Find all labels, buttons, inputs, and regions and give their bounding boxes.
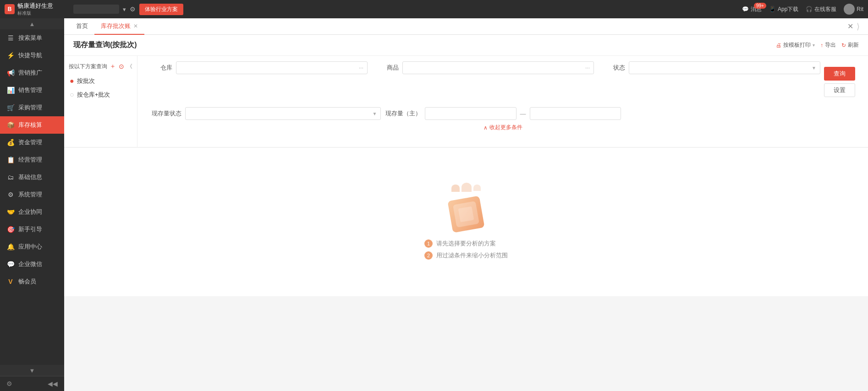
scheme-settings-icon[interactable]: ⊙	[119, 63, 124, 70]
sidebar-label-purchase: 采购管理	[18, 103, 42, 112]
collapse-filters-button[interactable]: ∧ 收起更多条件	[145, 124, 861, 131]
status-input[interactable]: ▼	[629, 61, 820, 74]
refresh-button[interactable]: ↻ 刷新	[841, 41, 859, 49]
scheme-warehouse-batch-label: 按仓库+批次	[77, 91, 110, 99]
empty-hint-2: 2 用过滤条件来缩小分析范围	[424, 251, 508, 260]
print-label: 按模板打印	[783, 41, 811, 49]
export-icon: ↑	[820, 42, 823, 49]
scheme-item-warehouse-batch[interactable]: ○ 按仓库+批次	[64, 88, 137, 102]
goods-filter: 商品 ···	[371, 61, 594, 74]
settings-gear-icon[interactable]: ⚙	[130, 5, 136, 13]
collapse-label: 收起更多条件	[489, 124, 522, 131]
tab-area-close-icon[interactable]: ✕	[847, 22, 853, 31]
sidebar-item-quicknav[interactable]: ⚡ 快捷导航	[0, 47, 64, 64]
sidebar-label-marketing: 营销推广	[18, 69, 42, 77]
sidebar-label-wechat: 企业微信	[18, 260, 42, 268]
sidebar-label-basic: 基础信息	[18, 173, 42, 181]
sidebar-item-inventory[interactable]: 📦 库存核算	[0, 116, 64, 134]
print-icon: 🖨	[776, 42, 781, 49]
scheme-add-icon[interactable]: ＋	[110, 62, 116, 71]
tab-home[interactable]: 首页	[70, 18, 94, 35]
message-icon: 💬	[742, 6, 749, 12]
online-service-button[interactable]: 🎧 在线客服	[806, 5, 836, 13]
sidebar-scroll-up[interactable]: ▲	[0, 18, 64, 29]
smoke-icon	[451, 185, 481, 192]
avatar	[844, 4, 855, 15]
stock-main-separator: —	[520, 110, 526, 117]
sidebar-menu: ☰ 搜索菜单 ⚡ 快捷导航 📢 营销推广 📊 销售管理 🛒 采购管理 📦 库	[0, 29, 64, 365]
scheme-panel-header: 按以下方案查询 ＋ ⊙ 《	[64, 60, 137, 74]
scheme-batch-label: 按批次	[77, 77, 95, 85]
sidebar-item-guide[interactable]: 🎯 新手引导	[0, 221, 64, 238]
sidebar-settings-icon[interactable]: ⚙	[6, 380, 12, 387]
stock-status-input[interactable]: ▼	[185, 107, 381, 120]
username-label: Rit	[857, 6, 863, 12]
sidebar-item-search[interactable]: ☰ 搜索菜单	[0, 29, 64, 47]
refresh-label: 刷新	[848, 41, 859, 49]
sidebar-bottom: ⚙ ◀◀	[0, 376, 64, 391]
app-download-button[interactable]: 📱 App下载	[769, 5, 798, 13]
scheme-item-batch[interactable]: ● 按批次	[64, 74, 137, 88]
sidebar-collapse-icon[interactable]: ◀◀	[48, 380, 58, 387]
breadcrumb-dropdown-icon[interactable]: ▾	[123, 6, 126, 13]
sidebar-item-marketing[interactable]: 📢 营销推广	[0, 64, 64, 81]
filter-row-1: 仓库 ··· 商品 ···	[145, 61, 861, 103]
breadcrumb-input[interactable]	[73, 5, 119, 14]
sidebar-label-search: 搜索菜单	[18, 34, 42, 42]
stock-main-filter: 现存量（主） —	[385, 107, 621, 120]
status-filter: 状态 ▼	[598, 61, 820, 74]
scheme-collapse-icon[interactable]: 《	[127, 63, 132, 71]
sidebar-item-sales[interactable]: 📊 销售管理	[0, 81, 64, 99]
sidebar: ▲ ☰ 搜索菜单 ⚡ 快捷导航 📢 营销推广 📊 销售管理 🛒 采购管理	[0, 18, 64, 391]
sidebar-label-guide: 新手引导	[18, 225, 42, 234]
message-button[interactable]: 💬 消息 99+	[742, 5, 762, 13]
online-service-label: 在线客服	[814, 5, 836, 13]
hint-text-1: 请先选择要分析的方案	[436, 239, 496, 248]
sidebar-item-appstore[interactable]: 🔔 应用中心	[0, 238, 64, 255]
sidebar-item-member[interactable]: V 畅会员	[0, 273, 64, 290]
sidebar-label-inventory: 库存核算	[18, 121, 42, 129]
tab-inventory-batch-close-icon[interactable]: ✕	[133, 23, 138, 29]
sidebar-label-operations: 经营管理	[18, 156, 42, 164]
system-icon: ⚙	[6, 190, 15, 199]
stock-status-filter: 现存量状态 ▼	[145, 107, 381, 120]
page-header: 现存量查询(按批次) 🖨 按模板打印 ▾ ↑ 导出 ↻ 刷新	[64, 35, 868, 56]
sidebar-label-finance: 资金管理	[18, 138, 42, 147]
cube-icon	[447, 196, 484, 233]
collab-icon: 🤝	[6, 208, 15, 216]
sidebar-item-system[interactable]: ⚙ 系统管理	[0, 186, 64, 203]
basic-icon: 🗂	[6, 173, 15, 181]
filter-row-2: 现存量状态 ▼ 现存量（主） —	[145, 107, 861, 120]
warehouse-filter: 仓库 ···	[145, 61, 368, 74]
print-button[interactable]: 🖨 按模板打印 ▾	[776, 41, 815, 49]
stock-status-dropdown-icon: ▼	[372, 111, 377, 116]
member-icon: V	[6, 277, 15, 286]
export-button[interactable]: ↑ 导出	[820, 41, 836, 49]
stock-main-max-input[interactable]	[530, 107, 621, 120]
print-dropdown-icon[interactable]: ▾	[813, 43, 815, 48]
refresh-icon: ↻	[841, 42, 846, 49]
tab-inventory-batch[interactable]: 库存批次账 ✕	[94, 18, 144, 35]
goods-input[interactable]: ···	[402, 61, 594, 74]
sidebar-scroll-down[interactable]: ▼	[0, 365, 64, 376]
warehouse-label: 仓库	[145, 64, 172, 72]
sidebar-item-finance[interactable]: 💰 资金管理	[0, 134, 64, 151]
settings-button[interactable]: 设置	[824, 83, 855, 97]
sidebar-item-wechat[interactable]: 💬 企业微信	[0, 255, 64, 273]
hint-text-2: 用过滤条件来缩小分析范围	[436, 251, 508, 260]
sidebar-label-sales: 销售管理	[18, 86, 42, 94]
sidebar-item-collab[interactable]: 🤝 企业协同	[0, 203, 64, 221]
user-profile-button[interactable]: Rit	[844, 4, 863, 15]
sidebar-item-basic[interactable]: 🗂 基础信息	[0, 168, 64, 186]
filter-fields-area: 仓库 ··· 商品 ···	[137, 56, 868, 147]
stock-main-min-input[interactable]	[425, 107, 516, 120]
empty-hint-1: 1 请先选择要分析的方案	[424, 239, 508, 248]
page-header-actions: 🖨 按模板打印 ▾ ↑ 导出 ↻ 刷新	[776, 41, 859, 49]
sidebar-item-operations[interactable]: 📋 经营管理	[0, 151, 64, 168]
query-button[interactable]: 查询	[824, 67, 855, 81]
warehouse-input[interactable]: ···	[176, 61, 368, 74]
experience-button[interactable]: 体验行业方案	[139, 4, 183, 15]
resize-handle-icon[interactable]: ⟩	[853, 22, 863, 32]
sidebar-item-purchase[interactable]: 🛒 采购管理	[0, 99, 64, 116]
scheme-dot-active-icon: ●	[70, 77, 74, 85]
